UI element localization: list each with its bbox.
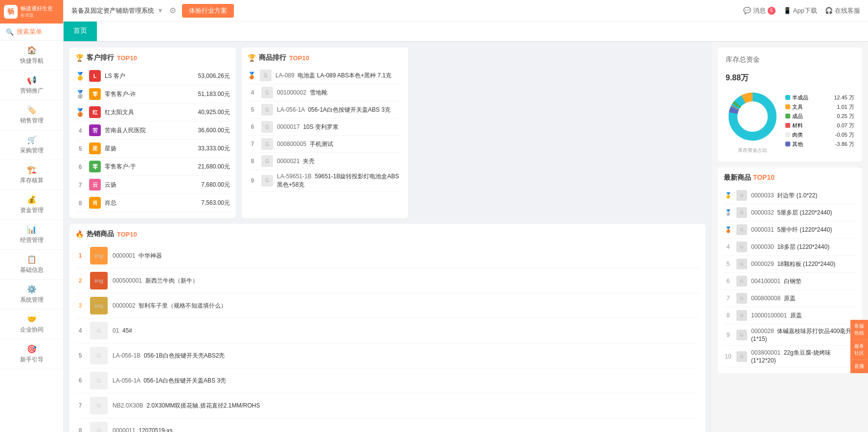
customer-rank-item: 5 星 星扬 33,333.00元 <box>75 140 230 158</box>
logo-badge: 标准版 <box>21 12 53 19</box>
newest-goods-thumb: G <box>736 351 747 362</box>
legend-item: 材料 0.07 万 <box>785 122 854 129</box>
online-service-button[interactable]: 🎧 在线客服 <box>825 6 860 15</box>
notification-badge: 6 <box>768 7 776 15</box>
legend-name: 成品 <box>792 113 803 120</box>
online-label: 在线客服 <box>835 6 860 15</box>
newest-goods-info: 0000032 5厘多层 (1220*2440) <box>751 209 856 217</box>
hot-goods-item: 1 img 0000001 中华神器 <box>75 243 700 268</box>
legend-color <box>785 104 790 109</box>
hot-goods-thumb: G <box>90 322 108 339</box>
logo-title: 畅捷通好生意 <box>21 5 53 12</box>
customer-amount: 21,680.00元 <box>198 163 230 171</box>
customer-amount: 36,600.00元 <box>198 126 230 135</box>
sidebar-item-sales[interactable]: 🏷️销售管理 <box>0 100 63 130</box>
customer-name: 零售客户-于 <box>105 163 194 171</box>
customer-service-button[interactable]: 客服 热线 <box>850 320 868 340</box>
page-tabs: 首页 <box>64 22 868 42</box>
inventory-icon: 🏗️ <box>27 165 37 174</box>
notification-icon: 💬 <box>743 7 751 14</box>
newest-goods-info: 003800001 22g鱼豆腐-烧烤味 (1*12*20) <box>751 349 856 364</box>
content-area: 🏆 客户排行 TOP10 🥇 L LS 客户 53,006.26元 🥈 零 零售… <box>64 42 868 432</box>
main-area: 装备及固定资产辅助管理系统 ▼ ⚙ 体验行业方案 💬 消息 6 📱 App下载 … <box>64 0 868 432</box>
goods-info: 0000021 夹壳 <box>277 157 402 166</box>
app-download-button[interactable]: 📱 App下载 <box>783 6 817 15</box>
goods-info: 0000017 10S 变利罗浆 <box>277 123 402 131</box>
goods-thumbnail: G <box>260 70 272 81</box>
newest-goods-thumb: G <box>736 259 747 269</box>
sidebar-item-inventory[interactable]: 🏗️库存核算 <box>0 160 63 190</box>
enterprise-icon: 🤝 <box>27 314 37 324</box>
customer-name: 红太阳文具 <box>105 108 194 117</box>
service-community-button[interactable]: 服务 社区 <box>850 340 868 360</box>
customer-avatar: 云 <box>89 179 101 191</box>
customer-avatar: 零 <box>89 88 101 100</box>
sidebar-item-basic[interactable]: 📋基础信息 <box>0 250 63 280</box>
sidebar-item-operations[interactable]: 📊经营管理 <box>0 220 63 250</box>
newest-goods-item: 9 G 0000028 体碱嘉枝味苏打饮品400毫升 (1*15) <box>724 324 856 346</box>
goods-rank-list: 🥉 G LA-089 电池盖 LA-089 ABS本色+黑种 7.1克 4 G … <box>248 67 402 192</box>
trial-button[interactable]: 体验行业方案 <box>182 4 234 18</box>
topbar-right: 💬 消息 6 📱 App下载 🎧 在线客服 <box>743 6 860 15</box>
sidebar-item-system[interactable]: ⚙️系统管理 <box>0 280 63 310</box>
newest-goods-info: 0000030 18多层 (1220*2440) <box>751 243 856 251</box>
goods-rank-item: 4 G 001000002 雪地靴 <box>248 84 402 101</box>
newest-rank-number: 8 <box>724 312 732 319</box>
finance-icon: 💰 <box>27 195 37 204</box>
sidebar-item-marketing[interactable]: 📢营销推广 <box>0 71 63 100</box>
sidebar-item-finance[interactable]: 💰资金管理 <box>0 190 63 220</box>
hot-goods-info: NB2.0X30B 2.0X30MM双搓花轴.搓花直径2.1MM/ROHS <box>113 402 700 410</box>
legend-item: 文具 1.01 万 <box>785 103 854 111</box>
hot-goods-info: LA-056-1A 056-1A白色按键开关盖ABS 3壳 <box>113 377 700 385</box>
goods-rank-item: 8 G 0000021 夹壳 <box>248 153 402 170</box>
newest-goods-info: 0000033 封边带 (1.0*22) <box>751 192 856 200</box>
newest-goods-item: 🥇 G 0000033 封边带 (1.0*22) <box>724 187 856 204</box>
newest-goods-info: 004100001 白钢垫 <box>751 277 856 286</box>
customer-rank-item: 8 肖 肖总 7,563.00元 <box>75 194 230 212</box>
goods-info: LA-056-1A 056-1A白色按键开关盖ABS 3克 <box>277 106 402 114</box>
customer-name: 肖总 <box>105 199 197 207</box>
hot-goods-thumb: img <box>90 272 108 289</box>
legend-name: 其他 <box>792 141 803 148</box>
system-name: 装备及固定资产辅助管理系统 ▼ <box>71 6 163 15</box>
sidebar-item-guide[interactable]: 🎯新手引导 <box>0 339 63 369</box>
legend-name: 文具 <box>792 103 803 111</box>
newest-goods-thumb: G <box>736 293 747 304</box>
donut-chart <box>726 90 779 144</box>
customer-amount: 33,333.00元 <box>198 144 230 153</box>
dropdown-arrow-icon[interactable]: ▼ <box>157 7 163 14</box>
logo-area: 畅 畅捷通好生意 标准版 <box>0 0 63 24</box>
live-chat-button[interactable]: 直播 <box>850 360 868 373</box>
sales-icon: 🏷️ <box>27 105 37 115</box>
search-menu[interactable]: 🔍 搜索菜单 <box>0 24 63 41</box>
hot-goods-info: 01 45# <box>113 327 700 334</box>
newest-goods-title: 最新商品 TOP10 <box>724 173 856 182</box>
sidebar-item-quick-nav[interactable]: 🏠快捷导航 <box>0 41 63 71</box>
sidebar-item-purchase[interactable]: 🛒采购管理 <box>0 130 63 160</box>
legend-color <box>785 114 790 119</box>
hot-goods-item: 6 G LA-056-1A 056-1A白色按键开关盖ABS 3壳 <box>75 368 700 393</box>
legend-name: 肉类 <box>792 131 803 139</box>
sidebar-item-enterprise[interactable]: 🤝企业协同 <box>0 310 63 339</box>
legend-name: 材料 <box>792 122 803 129</box>
legend-value: -3.86 万 <box>835 141 854 148</box>
tab-home[interactable]: 首页 <box>64 22 97 41</box>
topbar: 装备及固定资产辅助管理系统 ▼ ⚙ 体验行业方案 💬 消息 6 📱 App下载 … <box>64 0 868 22</box>
customer-avatar: 苦 <box>89 124 101 136</box>
newest-goods-thumb: G <box>736 330 747 340</box>
customer-name: 苦南县人民医院 <box>105 126 194 135</box>
gear-button[interactable]: ⚙ <box>169 6 176 15</box>
legend-value: -0.05 万 <box>835 131 854 139</box>
hot-goods-info: 0000001 中华神器 <box>113 252 700 260</box>
sidebar: 畅 畅捷通好生意 标准版 🔍 搜索菜单 🏠快捷导航📢营销推广🏷️销售管理🛒采购管… <box>0 0 64 432</box>
newest-goods-item: 7 G 000800008 原盖 <box>724 290 856 307</box>
notification-button[interactable]: 💬 消息 6 <box>743 6 776 15</box>
legend-item: 成品 0.25 万 <box>785 113 854 120</box>
legend-value: 0.07 万 <box>837 122 854 129</box>
goods-thumbnail: G <box>261 121 273 133</box>
app-icon: 📱 <box>783 7 791 14</box>
newest-goods-item: 8 G 10000100001 原盖 <box>724 307 856 324</box>
sidebar-nav: 🏠快捷导航📢营销推广🏷️销售管理🛒采购管理🏗️库存核算💰资金管理📊经营管理📋基础… <box>0 41 63 369</box>
customer-rank-list: 🥇 L LS 客户 53,006.26元 🥈 零 零售客户-许 51,183.0… <box>75 67 230 212</box>
headset-icon: 🎧 <box>825 7 833 14</box>
